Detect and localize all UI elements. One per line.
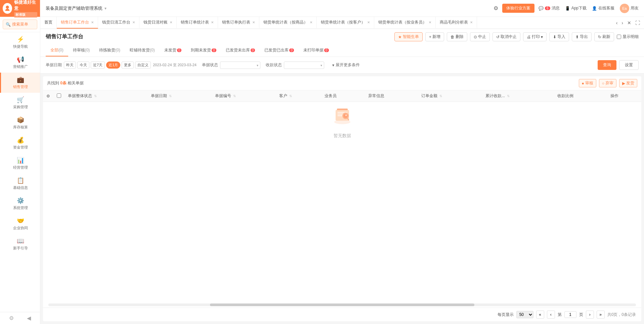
show-detail-toggle[interactable]: 显示明细	[617, 34, 639, 40]
smart-create-btn[interactable]: ★ 智能生单	[394, 32, 423, 41]
close-tab-sales-order-workspace[interactable]: ✕	[91, 21, 94, 24]
sidebar-item-guide[interactable]: 📖 新手引导	[0, 234, 40, 254]
query-btn[interactable]: 查询	[598, 60, 616, 70]
prev-page-btn[interactable]: ‹	[547, 311, 555, 319]
sort-icon-received[interactable]: ⇅	[507, 94, 510, 98]
next-page-btn[interactable]: ›	[586, 311, 594, 319]
close-tab-sales-order-execute[interactable]: ✕	[252, 21, 255, 24]
tab-sales-stats-customer[interactable]: 销货单统计表（按客户） ✕	[317, 17, 374, 29]
close-tab-sales-stats-customer[interactable]: ✕	[367, 21, 370, 24]
sub-tab-all[interactable]: 全部(0)	[46, 45, 68, 56]
sidebar-item-purchase[interactable]: 🛒 采购管理	[0, 93, 40, 113]
sort-icon-amount[interactable]: ⇅	[439, 94, 442, 98]
tab-sales-order-stats[interactable]: 销售订单统计表 ✕	[177, 17, 218, 29]
close-tab-sales-order-stats[interactable]: ✕	[211, 21, 214, 24]
first-page-btn[interactable]: «	[536, 311, 544, 319]
delete-btn[interactable]: 🗑 删除	[447, 32, 467, 41]
page-number-input[interactable]	[564, 311, 576, 318]
show-detail-checkbox[interactable]	[617, 35, 621, 39]
payment-select[interactable]	[284, 62, 324, 69]
sort-icon-number[interactable]: ⇅	[233, 94, 236, 98]
date-btn-today[interactable]: 今天	[77, 62, 89, 69]
page-content: 销售订单工作台 ★ 智能生单 + 新增 🗑 删除 ⊙	[40, 29, 644, 324]
settings-footer-btn[interactable]: ⚙	[9, 315, 14, 321]
import-btn[interactable]: ⬇ 导入	[549, 32, 569, 41]
sort-icon-status[interactable]: ⇅	[94, 94, 97, 98]
message-btn[interactable]: 💬 6 消息	[539, 5, 560, 11]
sub-tab-pending-check[interactable]: 待拣验货(0)	[94, 45, 125, 56]
date-btn-custom[interactable]: 自定义	[135, 62, 151, 69]
date-btn-last1m[interactable]: 近1月	[106, 62, 120, 69]
sidebar-item-quick-nav[interactable]: ⚡ 快捷导航	[0, 32, 40, 52]
sort-icon-date[interactable]: ⇅	[169, 94, 172, 98]
sidebar-item-operation[interactable]: 📊 经营管理	[0, 153, 40, 173]
sidebar-item-cooperation[interactable]: 🤝 企业协同	[0, 214, 40, 234]
user-menu-btn[interactable]: Ea 用友	[620, 4, 639, 13]
page-unit: 页	[579, 312, 583, 318]
tab-expand-btn[interactable]: ⛶	[634, 19, 641, 26]
online-service-btn[interactable]: 👤 在线客服	[592, 5, 614, 11]
table-scroll-container[interactable]: ⚙ 单据整体状态 ⇅ 单据日期 ⇅	[43, 90, 641, 302]
tab-close-all-btn[interactable]: ✕	[626, 19, 633, 26]
tab-cash-goods-reconcile[interactable]: 钱货日清对账 ✕	[139, 17, 177, 29]
app-download-btn[interactable]: 📱 App下载	[565, 5, 587, 11]
refresh-btn[interactable]: ↻ 刷新	[594, 32, 614, 41]
sidebar-item-basic[interactable]: 📋 基础信息	[0, 173, 40, 194]
collapse-sidebar-btn[interactable]: ◀	[27, 315, 31, 321]
last-page-btn[interactable]: »	[597, 311, 605, 319]
date-btn-yesterday[interactable]: 昨天	[64, 62, 76, 69]
close-tab-gross-margin[interactable]: ✕	[470, 21, 473, 24]
expand-filter-btn[interactable]: ▾ 展开更多条件	[330, 62, 362, 69]
tab-sales-order-execute[interactable]: 销售订单执行表 ✕	[218, 17, 259, 29]
sidebar-item-sales[interactable]: 💼 销售管理	[0, 73, 40, 93]
industry-solution-btn[interactable]: 体验行业方案	[502, 4, 534, 13]
sub-tab-not-printed[interactable]: 未打印单据0	[299, 45, 334, 56]
stop-btn[interactable]: ⊙ 中止	[470, 32, 490, 41]
cancel-review-batch-btn[interactable]: ○ 弃审	[599, 79, 616, 87]
search-menu-btn[interactable]: 🔍 搜索菜单	[3, 19, 37, 29]
topbar: 装备及固定资产辅助管理系统 ▾ ⚙ 体验行业方案 💬 6 消息 📱 App下载 …	[40, 0, 644, 17]
close-tab-sales-stats-product[interactable]: ✕	[310, 21, 312, 24]
sidebar-item-finance[interactable]: 💰 资金管理	[0, 133, 40, 153]
date-btn-last7[interactable]: 近7天	[91, 62, 105, 69]
cancel-stop-btn[interactable]: ↺ 取消中止	[492, 32, 520, 41]
sort-icon-customer[interactable]: ⇅	[289, 94, 292, 98]
sub-tab-shipped-out-warehouse[interactable]: 已发货已出库0	[260, 45, 299, 56]
export-btn[interactable]: ⬆ 导出	[572, 32, 592, 41]
sub-tab-pending-review[interactable]: 待审核(0)	[68, 45, 95, 56]
sidebar-search: 🔍 搜索菜单	[0, 17, 40, 32]
sidebar-item-inventory[interactable]: 📦 库存核算	[0, 113, 40, 133]
date-btn-more[interactable]: 更多	[122, 62, 134, 69]
tab-sales-order-workspace[interactable]: 销售订单工作台 ✕	[57, 17, 98, 29]
user-avatar: Ea	[620, 4, 629, 13]
page-size-select[interactable]: 50 10 20 100	[516, 311, 533, 318]
close-tab-sales-stats-staff[interactable]: ✕	[429, 21, 431, 24]
select-all-checkbox[interactable]	[57, 93, 61, 98]
sidebar-item-system[interactable]: ⚙️ 系统管理	[0, 194, 40, 214]
sub-tab-wangpu[interactable]: 旺铺待发货(0)	[125, 45, 160, 56]
ship-batch-btn[interactable]: ▶ 发货	[619, 79, 637, 87]
filter-setting-btn[interactable]: 设置	[619, 60, 639, 70]
sub-tab-shipped-not-warehouse[interactable]: 已发货未出库0	[221, 45, 260, 56]
close-tab-cash-goods-reconcile[interactable]: ✕	[170, 21, 172, 24]
tab-sales-stats-staff[interactable]: 销货单统计表（按业务员） ✕	[374, 17, 436, 29]
horizontal-scrollbar[interactable]	[48, 303, 636, 306]
print-btn[interactable]: 🖨 打印 ▾	[523, 32, 547, 41]
add-btn[interactable]: + 新增	[425, 32, 444, 41]
status-select[interactable]	[220, 62, 260, 69]
review-batch-btn[interactable]: ● 审核	[579, 79, 596, 87]
col-settings-icon[interactable]: ⚙	[46, 94, 50, 98]
tab-scroll-left-btn[interactable]: ‹	[615, 19, 619, 26]
sub-tab-not-shipped[interactable]: 未发货0	[160, 45, 186, 56]
scrollbar-thumb[interactable]	[210, 303, 474, 306]
tab-gross-margin[interactable]: 商品毛利分析表 ✕	[436, 17, 477, 29]
close-tab-cash-daily[interactable]: ✕	[132, 21, 135, 24]
sidebar-item-marketing[interactable]: 📢 营销推广	[0, 52, 40, 73]
tab-scroll-right-btn[interactable]: ›	[620, 19, 625, 26]
tab-home[interactable]: 首页	[40, 17, 57, 29]
quick-nav-icon: ⚡	[17, 36, 24, 43]
tab-sales-stats-product[interactable]: 销货单统计表（按商品） ✕	[259, 17, 317, 29]
sub-tab-overdue[interactable]: 到期未发货0	[186, 45, 221, 56]
tab-cash-daily[interactable]: 钱货日清工作台 ✕	[98, 17, 139, 29]
topbar-settings-btn[interactable]: ⚙	[493, 5, 498, 11]
